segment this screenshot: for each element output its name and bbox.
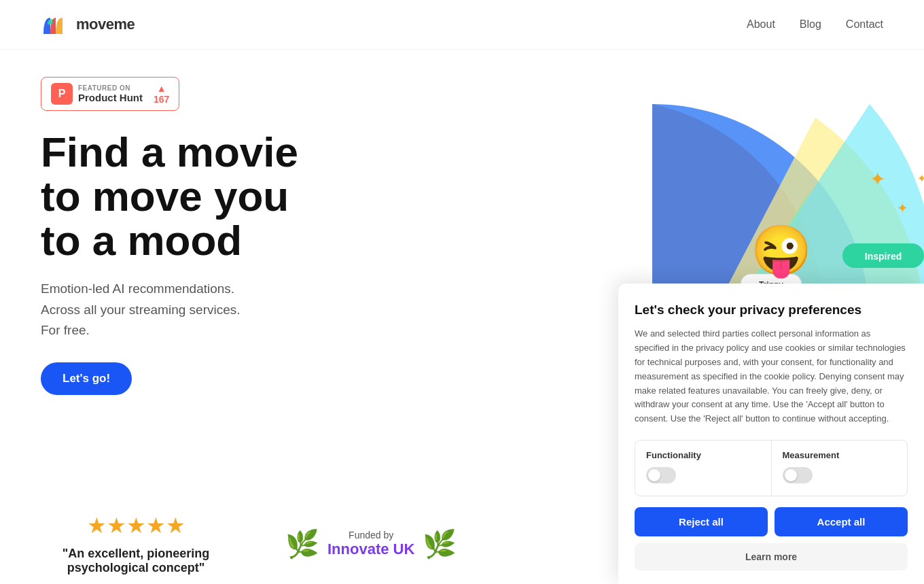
- hero-subtext: Emotion-led AI recommendations. Across a…: [41, 279, 298, 341]
- star-rating: ★★★★★: [41, 513, 231, 538]
- reject-all-button[interactable]: Reject all: [635, 507, 768, 536]
- headline-line1: Find a movie: [41, 128, 298, 175]
- nav-about[interactable]: About: [747, 18, 775, 31]
- svg-text:✦: ✦: [870, 169, 885, 190]
- stars-review: ★★★★★ "An excellent, pioneering psycholo…: [41, 513, 231, 575]
- cta-button[interactable]: Let's go!: [41, 362, 132, 395]
- logo-icon: [41, 10, 71, 39]
- funded-label: Funded by: [327, 530, 414, 540]
- cookie-banner: Let's check your privacy preferences We …: [618, 284, 924, 584]
- navbar: moveme About Blog Contact: [0, 0, 924, 50]
- functionality-label: Functionality: [646, 450, 760, 460]
- review-quote: "An excellent, pioneering psychological …: [41, 547, 231, 575]
- subtext-line1: Emotion-led AI recommendations.: [41, 281, 234, 296]
- logo-text: moveme: [76, 16, 135, 33]
- svg-text:Inspired: Inspired: [865, 251, 902, 262]
- nav-links: About Blog Contact: [747, 18, 883, 31]
- product-hunt-icon: P: [51, 83, 73, 105]
- headline-line2: to move you: [41, 173, 289, 220]
- product-hunt-text: FEATURED ON Product Hunt: [78, 84, 143, 103]
- ph-arrow-icon: ▲: [157, 83, 166, 94]
- svg-rect-1: [842, 243, 924, 268]
- ph-vote-count: 167: [154, 94, 169, 105]
- cookie-body: We and selected third parties collect pe…: [635, 327, 908, 426]
- measurement-toggle-group: Measurement: [772, 441, 908, 496]
- product-hunt-badge[interactable]: P FEATURED ON Product Hunt ▲ 167: [41, 77, 179, 111]
- accept-all-button[interactable]: Accept all: [775, 507, 908, 536]
- cookie-toggles: Functionality Measurement: [635, 440, 908, 496]
- funded-badge: 🌿 Funded by Innovate UK 🌿: [285, 528, 457, 560]
- ph-featured-label: FEATURED ON: [78, 84, 143, 92]
- headline-line3: to a mood: [41, 217, 242, 264]
- subtext-line3: For free.: [41, 323, 90, 337]
- svg-text:✦: ✦: [897, 201, 908, 216]
- funded-text: Funded by Innovate UK: [327, 530, 414, 558]
- laurel-right-icon: 🌿: [423, 528, 457, 560]
- svg-text:😜: 😜: [751, 222, 812, 279]
- logo[interactable]: moveme: [41, 10, 135, 39]
- nav-contact[interactable]: Contact: [846, 18, 883, 31]
- subtext-line2: Across all your streaming services.: [41, 303, 241, 317]
- measurement-toggle[interactable]: [783, 467, 813, 483]
- functionality-toggle[interactable]: [646, 467, 676, 483]
- hero-left: P FEATURED ON Product Hunt ▲ 167 Find a …: [41, 77, 298, 395]
- cookie-title: Let's check your privacy preferences: [635, 303, 908, 317]
- ph-product-name: Product Hunt: [78, 92, 143, 103]
- ph-votes: ▲ 167: [154, 83, 169, 105]
- nav-blog[interactable]: Blog: [800, 18, 821, 31]
- svg-text:✦: ✦: [917, 173, 924, 184]
- measurement-label: Measurement: [783, 450, 897, 460]
- hero-headline: Find a movie to move you to a mood: [41, 130, 298, 262]
- learn-more-button[interactable]: Learn more: [635, 543, 908, 570]
- laurel-left-icon: 🌿: [285, 528, 319, 560]
- cookie-actions: Reject all Accept all: [635, 507, 908, 536]
- functionality-toggle-group: Functionality: [635, 441, 772, 496]
- funded-by-text: Innovate UK: [327, 540, 414, 558]
